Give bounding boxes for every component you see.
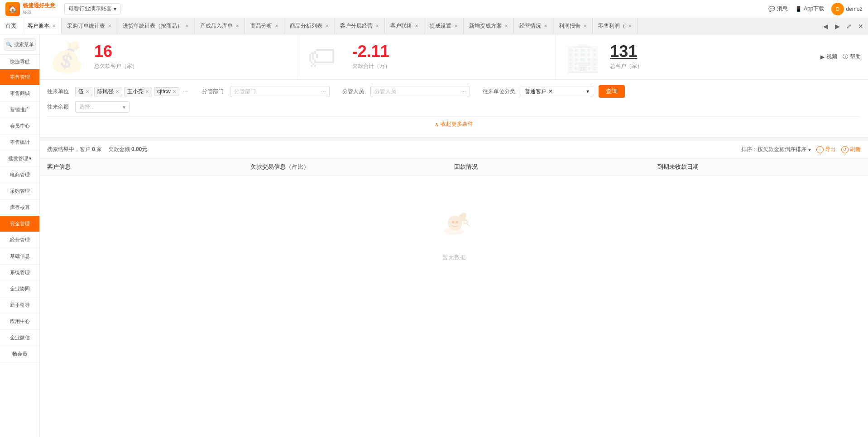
tab-prev-btn[interactable]: ◀ — [820, 21, 831, 32]
col-repayment: 回款情况 — [454, 163, 657, 171]
sidebar-item-vip[interactable]: 畅会员 — [0, 346, 39, 362]
sidebar-item-finance[interactable]: 资金管理 — [0, 216, 39, 232]
tab-minimize-btn[interactable]: ✕ — [855, 21, 866, 32]
tab-customer-tier[interactable]: 客户分层经营 ✕ — [335, 18, 385, 34]
tab-label: 零售利润（ — [598, 22, 625, 30]
sidebar-item-member[interactable]: 会员中心 — [0, 118, 39, 134]
select-more-icon2: ··· — [461, 88, 466, 95]
sidebar-item-basic-info[interactable]: 基础信息 — [0, 248, 39, 265]
tab-close-icon[interactable]: ✕ — [544, 24, 547, 28]
sidebar-item-ecommerce[interactable]: 电商管理 — [0, 167, 39, 183]
tab-close-icon[interactable]: ✕ — [108, 24, 111, 28]
sidebar-item-inventory[interactable]: 库存核算 — [0, 200, 39, 216]
tab-next-btn[interactable]: ▶ — [832, 21, 843, 32]
user-menu[interactable]: D demo2 — [831, 3, 863, 15]
sidebar-item-retail-stats[interactable]: 零售统计 — [0, 134, 39, 151]
tab-close-icon[interactable]: ✕ — [52, 24, 56, 28]
tab-customer-contact[interactable]: 客户联络 ✕ — [385, 18, 424, 34]
stats-label-customers: 总欠款客户（家） — [94, 62, 138, 70]
message-btn[interactable]: 💬 消息 — [768, 5, 788, 13]
sidebar-item-wholesale[interactable]: 批发管理 ▾ — [0, 151, 39, 167]
remove-tag-wang[interactable]: ✕ — [145, 89, 149, 94]
filter-balance-select[interactable]: 选择... ▾ — [75, 101, 129, 113]
empty-label: 暂无数据 — [442, 253, 466, 261]
empty-state: 暂无数据 — [40, 176, 868, 289]
tab-close-icon[interactable]: ✕ — [628, 24, 632, 28]
tab-profit-report[interactable]: 利润报告 ✕ — [553, 18, 593, 34]
filter-dept-label: 分管部门 — [202, 88, 225, 95]
collapse-btn[interactable]: ∧ 收起更多条件 — [435, 120, 473, 128]
search-button[interactable]: 查询 — [599, 85, 625, 98]
quick-nav-btn[interactable]: 快捷导航 — [0, 55, 39, 69]
tab-close-icon[interactable]: ✕ — [275, 24, 278, 28]
tab-label: 采购订单统计表 — [67, 22, 105, 30]
tab-label: 客户分层经营 — [340, 22, 373, 30]
sidebar-item-wechat[interactable]: 企业微信 — [0, 330, 39, 346]
sidebar-item-enterprise[interactable]: 企业协同 — [0, 281, 39, 297]
logo-area: 🏠 畅捷通好生意 标版 — [5, 2, 55, 16]
video-link[interactable]: ▶ 视频 — [820, 53, 837, 61]
tab-purchase-order[interactable]: 采购订单统计表 ✕ — [62, 18, 117, 34]
chevron-down-icon: ▾ — [808, 147, 811, 153]
filter-more-btn[interactable]: ··· — [181, 88, 189, 95]
search-menu-btn[interactable]: 🔍 搜索菜单 — [4, 38, 36, 51]
sidebar-item-system[interactable]: 系统管理 — [0, 265, 39, 281]
sidebar-item-marketing[interactable]: 营销推广 — [0, 102, 39, 118]
sidebar-item-retail-mall[interactable]: 零售商城 — [0, 86, 39, 102]
filter-dept-select[interactable]: 分管部门 ··· — [230, 86, 330, 97]
tab-product-analysis[interactable]: 商品分析 ✕ — [245, 18, 284, 34]
remove-tag-wu[interactable]: ✕ — [86, 89, 89, 94]
filter-person-select[interactable]: 分管人员 ··· — [370, 86, 470, 97]
remove-tag-chen[interactable]: ✕ — [115, 89, 119, 94]
tab-close-icon[interactable]: ✕ — [325, 24, 329, 28]
refresh-btn[interactable]: ↺ 刷新 — [841, 146, 861, 153]
store-selector[interactable]: 母婴行业演示账套 ▾ — [64, 3, 120, 14]
sidebar-item-app-center[interactable]: 应用中心 — [0, 314, 39, 330]
tab-label: 经营情况 — [519, 22, 541, 30]
tab-close-icon[interactable]: ✕ — [235, 24, 239, 28]
sidebar-item-operations[interactable]: 经营管理 — [0, 232, 39, 248]
logo-icon: 🏠 — [5, 2, 20, 16]
stats-item-customers: 💰 16 总欠款客户（家） — [40, 34, 297, 79]
tab-label: 利润报告 — [559, 22, 580, 30]
export-btn[interactable]: ↑ 导出 — [816, 146, 836, 153]
tab-close-icon[interactable]: ✕ — [504, 24, 508, 28]
app-download-btn[interactable]: 📱 App下载 — [795, 5, 824, 13]
tab-product-inbound[interactable]: 产成品入库单 ✕ — [195, 18, 245, 34]
remove-tag-cjttcw[interactable]: ✕ — [173, 89, 176, 94]
chevron-down-icon: ▾ — [114, 6, 116, 12]
filter-tag-wu: 伍 ✕ — [75, 87, 92, 96]
help-link[interactable]: ⓘ 帮助 — [843, 53, 861, 61]
tab-expand-btn[interactable]: ⤢ — [844, 21, 854, 32]
tab-commission-setting[interactable]: 提成设置 ✕ — [424, 18, 464, 34]
stats-item-total-customers: 🏢 131 总客户（家） — [555, 34, 813, 79]
tab-purchase-stats[interactable]: 进货单统计表（按商品） ✕ — [117, 18, 195, 34]
stats-bg-tag-icon: 🏷 — [307, 40, 336, 74]
tab-close-icon[interactable]: ✕ — [454, 24, 458, 28]
sidebar-item-purchase[interactable]: 采购管理 — [0, 183, 39, 200]
tab-operations[interactable]: 经营情况 ✕ — [514, 18, 553, 34]
tab-customer-account[interactable]: 客户账本 ✕ — [22, 18, 62, 34]
filter-row-balance: 往来余额 选择... ▾ — [47, 101, 861, 113]
remove-unit-class[interactable]: ✕ — [548, 88, 553, 95]
home-label: 首页 — [5, 22, 16, 30]
col-debt-info: 欠款交易信息（占比） — [250, 163, 454, 171]
tab-close-icon[interactable]: ✕ — [415, 24, 418, 28]
main-layout: 🔍 搜索菜单 快捷导航 零售管理 零售商城 营销推广 会员中心 零售统计 批发管… — [0, 34, 868, 437]
sort-select[interactable]: 排序：按欠款金额倒序排序 ▾ — [741, 146, 811, 153]
svg-point-3 — [456, 221, 458, 223]
unit-class-value: 普通客户 — [525, 88, 547, 95]
collapse-row: ∧ 收起更多条件 — [47, 116, 861, 132]
svg-line-5 — [467, 223, 470, 226]
help-icon: ⓘ — [843, 53, 848, 61]
tab-home[interactable]: 首页 — [0, 18, 22, 34]
filter-unit-class-select[interactable]: 普通客户 ✕ ▾ — [521, 86, 593, 97]
tab-close-icon[interactable]: ✕ — [375, 24, 379, 28]
tab-close-icon[interactable]: ✕ — [583, 24, 587, 28]
tab-product-analysis-list[interactable]: 商品分析列表 ✕ — [284, 18, 335, 34]
tab-new-commission[interactable]: 新增提成方案 ✕ — [464, 18, 514, 34]
sidebar-item-retail[interactable]: 零售管理 — [0, 69, 39, 86]
tab-retail-profit[interactable]: 零售利润（ ✕ — [593, 18, 638, 34]
sidebar-item-newbie[interactable]: 新手引导 — [0, 297, 39, 314]
tab-close-icon[interactable]: ✕ — [185, 24, 189, 28]
